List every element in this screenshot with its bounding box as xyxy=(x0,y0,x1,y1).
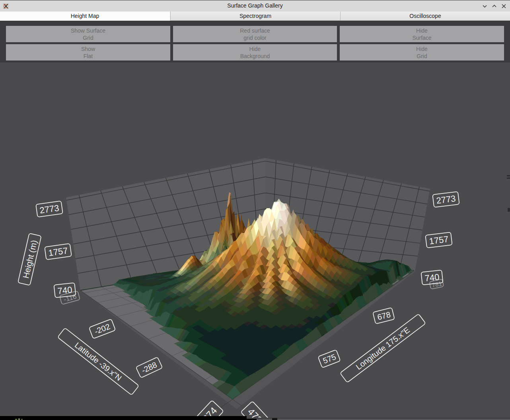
svg-text:740: 740 xyxy=(57,285,72,296)
svg-text:740: 740 xyxy=(424,272,440,283)
